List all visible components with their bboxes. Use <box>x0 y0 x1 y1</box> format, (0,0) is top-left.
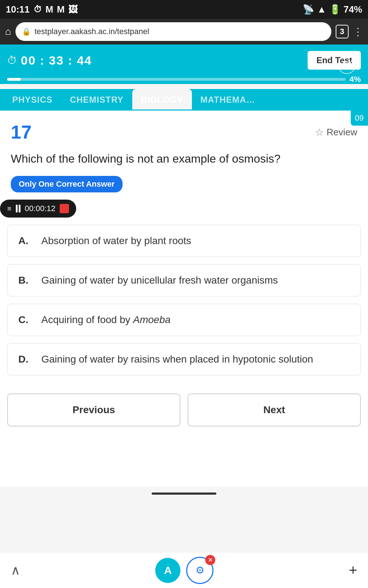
tab-biology[interactable]: BIOLOGY <box>132 89 192 111</box>
browser-bar: ⌂ 🔒 testplayer.aakash.ac.in/testpanel 3 … <box>0 19 368 45</box>
home-line <box>152 493 216 495</box>
tabs-badge[interactable]: 3 <box>336 25 349 38</box>
previous-button[interactable]: Previous <box>7 393 180 426</box>
wifi-icon: ▲ <box>317 4 326 15</box>
url-text: testplayer.aakash.ac.in/testpanel <box>34 27 325 36</box>
home-icon[interactable]: ⌂ <box>5 26 11 37</box>
recording-bar: ≡ 00:00:12 <box>0 200 76 218</box>
timer-icon: ⏱ <box>7 55 17 66</box>
pause-button[interactable] <box>16 205 20 213</box>
gear-icon: ⚙ <box>196 564 204 576</box>
header-top-row: ⏱ 00 : 33 : 44 End Test <box>7 51 361 70</box>
battery-percent: 74% <box>344 4 362 15</box>
bottom-center: A ⚙ ✕ <box>155 557 213 584</box>
option-c-text: Acquiring of food by Amoeba <box>41 314 350 326</box>
option-b[interactable]: B. Gaining of water by unicellular fresh… <box>7 264 361 297</box>
gmail-icon: M <box>46 4 54 15</box>
option-b-text: Gaining of water by unicellular fresh wa… <box>41 275 350 286</box>
option-a-text: Absorption of water by plant roots <box>41 235 350 247</box>
subject-tabs: PHYSICS CHEMISTRY BIOLOGY MATHEMA… <box>0 89 368 111</box>
recording-icon-button[interactable]: ⚙ ✕ <box>186 557 213 584</box>
question-header: 17 ☆ Review <box>0 111 368 146</box>
stop-button[interactable] <box>60 204 69 213</box>
next-button[interactable]: Next <box>188 393 361 426</box>
review-button[interactable]: ☆ Review <box>315 126 357 138</box>
option-d-label: D. <box>18 354 33 365</box>
option-d-text: Gaining of water by raisins when placed … <box>41 354 350 365</box>
gallery-icon: 🖼 <box>68 4 78 15</box>
tab-mathematics[interactable]: MATHEMA… <box>192 89 264 111</box>
option-a[interactable]: A. Absorption of water by plant roots <box>7 225 361 257</box>
options-container: A. Absorption of water by plant roots B.… <box>0 225 368 375</box>
up-arrow-button[interactable]: ∧ <box>11 563 20 578</box>
home-indicator <box>0 487 368 500</box>
progress-percent: 4% <box>349 75 361 84</box>
progress-bar-container <box>7 78 346 81</box>
header-area: ⏱ 00 : 33 : 44 End Test ⊞ 4% <box>0 45 368 84</box>
url-bar[interactable]: 🔒 testplayer.aakash.ac.in/testpanel <box>15 22 331 41</box>
aakash-icon[interactable]: A <box>155 558 180 583</box>
browser-menu-icon[interactable]: ⋮ <box>353 26 363 38</box>
cast-icon: 📡 <box>303 4 314 15</box>
answer-type-badge: Only One Correct Answer <box>11 176 123 192</box>
lock-icon: 🔒 <box>22 27 31 36</box>
grid-icon-button[interactable]: ⊞ <box>338 56 356 74</box>
tab-chemistry[interactable]: CHEMISTRY <box>61 89 132 111</box>
main-content: 09 17 ☆ Review Which of the following is… <box>0 111 368 487</box>
recording-menu-icon[interactable]: ≡ <box>7 205 12 213</box>
status-time: 10:11 <box>6 4 30 15</box>
close-badge[interactable]: ✕ <box>205 555 215 565</box>
tab-physics[interactable]: PHYSICS <box>4 89 61 111</box>
option-c[interactable]: C. Acquiring of food by Amoeba <box>7 304 361 336</box>
status-right: 📡 ▲ 🔋 74% <box>303 4 362 15</box>
star-icon: ☆ <box>315 126 324 138</box>
tiktok-icon: ⏱ <box>33 4 42 14</box>
option-b-label: B. <box>18 275 33 286</box>
progress-bar-fill <box>7 78 21 81</box>
bottom-bar: ∧ A ⚙ ✕ + <box>0 552 368 588</box>
right-counter: 09 <box>351 111 368 126</box>
timer-display: 00 : 33 : 44 <box>21 53 92 67</box>
option-a-label: A. <box>18 235 33 247</box>
status-left: 10:11 ⏱ M M 🖼 <box>6 4 78 15</box>
progress-row: 4% <box>7 75 361 84</box>
question-number: 17 <box>11 121 32 143</box>
recording-time: 00:00:12 <box>25 204 56 213</box>
status-bar: 10:11 ⏱ M M 🖼 📡 ▲ 🔋 74% <box>0 0 368 19</box>
option-d[interactable]: D. Gaining of water by raisins when plac… <box>7 343 361 375</box>
plus-button[interactable]: + <box>349 562 357 578</box>
timer-section: ⏱ 00 : 33 : 44 <box>7 53 92 67</box>
subject-tabs-container: PHYSICS CHEMISTRY BIOLOGY MATHEMA… <box>0 89 368 111</box>
battery-icon: 🔋 <box>329 4 341 15</box>
mail-icon: M <box>57 4 65 15</box>
bottom-spacer <box>0 437 368 487</box>
option-c-label: C. <box>18 314 33 326</box>
navigation-buttons: Previous Next <box>0 383 368 437</box>
question-text: Which of the following is not an example… <box>0 146 368 176</box>
